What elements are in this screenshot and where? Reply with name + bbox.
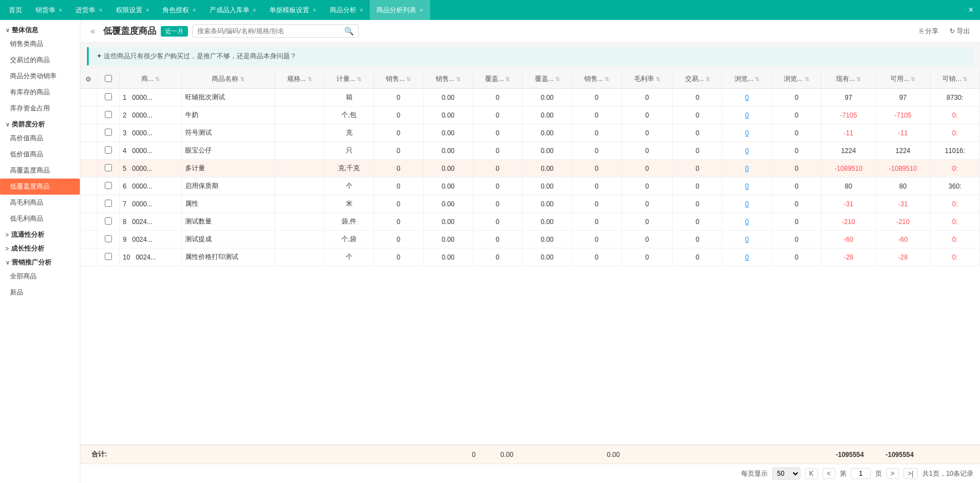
row-checkbox[interactable] — [97, 248, 119, 266]
sidebar-item-inventory-capital[interactable]: 库存资金占用 — [0, 100, 80, 116]
row-select-checkbox[interactable] — [105, 200, 112, 207]
row-select-checkbox[interactable] — [105, 217, 112, 225]
nav-tab-home[interactable]: 首页 — [2, 0, 29, 20]
row-select-checkbox[interactable] — [105, 93, 112, 100]
row-view1[interactable]: 0 — [722, 89, 772, 106]
row-view1[interactable]: 0 — [722, 177, 772, 195]
nav-tab-templates[interactable]: 单据模板设置 × — [263, 0, 323, 20]
row-select-checkbox[interactable] — [105, 129, 112, 136]
row-view1[interactable]: 0 — [722, 124, 772, 142]
sales-qty-column-header[interactable]: 销售...⇅ — [374, 70, 423, 89]
row-view1[interactable]: 0 — [722, 213, 772, 231]
sidebar-item-high-margin[interactable]: 高毛利商品 — [0, 195, 80, 211]
row-select-checkbox[interactable] — [105, 111, 112, 118]
row-view1[interactable]: 0 — [722, 106, 772, 124]
row-checkbox[interactable] — [97, 231, 119, 248]
sidebar-item-high-coverage[interactable]: 高覆盖度商品 — [0, 162, 80, 179]
unit-column-header[interactable]: 计量...⇅ — [324, 70, 374, 89]
row-select-checkbox[interactable] — [105, 164, 112, 171]
nav-tab-analysis[interactable]: 商品分析 × — [323, 0, 370, 20]
row-select-checkbox[interactable] — [105, 253, 112, 260]
sort-icon: ⇅ — [656, 76, 660, 82]
row-checkbox[interactable] — [97, 142, 119, 160]
sort-icon: ⇅ — [155, 76, 160, 82]
current-column-header[interactable]: 现有...⇅ — [821, 70, 876, 89]
export-button[interactable]: ↻ 导出 — [946, 25, 973, 38]
page-number-input[interactable] — [851, 468, 871, 479]
spec-column-header[interactable]: 规格...⇅ — [275, 70, 324, 89]
next-page-button[interactable]: > — [886, 468, 899, 479]
row-checkbox[interactable] — [97, 160, 119, 177]
window-close-button[interactable]: × — [964, 3, 978, 17]
nav-tab-inventory[interactable]: 产成品入库单 × — [203, 0, 263, 20]
close-icon[interactable]: × — [420, 7, 423, 13]
sidebar-item-new-goods[interactable]: 新品 — [0, 284, 80, 301]
row-checkbox[interactable] — [97, 213, 119, 231]
period-tag[interactable]: 近一月 — [161, 26, 188, 37]
available-column-header[interactable]: 可用...⇅ — [876, 70, 930, 89]
nav-tab-sales[interactable]: 销货单 × — [29, 0, 69, 20]
name-column-header[interactable]: 商品名称⇅ — [182, 70, 275, 89]
row-view1[interactable]: 0 — [722, 160, 772, 177]
nav-tab-roles[interactable]: 角色授权 × — [156, 0, 202, 20]
nav-tab-purchase[interactable]: 进货单 × — [69, 0, 109, 20]
sidebar-section-marketing[interactable]: ∨ 营销推广分析 — [0, 255, 80, 268]
search-input[interactable] — [197, 27, 342, 35]
row-unit: 只 — [324, 142, 374, 160]
row-checkbox[interactable] — [97, 195, 119, 213]
sidebar-item-low-value[interactable]: 低价值商品 — [0, 146, 80, 162]
sales-amt-column-header[interactable]: 销售...⇅ — [423, 70, 473, 89]
sidebar-section-cluster[interactable]: ∨ 类群度分析 — [0, 116, 80, 130]
sidebar-item-traded-goods[interactable]: 交易过的商品 — [0, 52, 80, 68]
code-column-header[interactable]: 商...⇅ — [119, 70, 182, 89]
row-select-checkbox[interactable] — [105, 235, 112, 242]
share-button[interactable]: ⎘ 分享 — [916, 25, 942, 38]
sidebar-item-low-margin[interactable]: 低毛利商品 — [0, 211, 80, 227]
row-view1[interactable]: 0 — [722, 231, 772, 248]
cover1-column-header[interactable]: 覆盖...⇅ — [473, 70, 522, 89]
row-view1[interactable]: 0 — [722, 142, 772, 160]
last-page-button[interactable]: >| — [904, 468, 918, 479]
row-checkbox[interactable] — [97, 106, 119, 124]
sidebar-item-stocked-goods[interactable]: 有库存的商品 — [0, 84, 80, 100]
gross-margin-column-header[interactable]: 毛利率⇅ — [621, 70, 672, 89]
trade-column-header[interactable]: 交易...⇅ — [673, 70, 722, 89]
settings-column-header[interactable]: ⚙ — [80, 70, 97, 89]
cover2-column-header[interactable]: 覆盖...⇅ — [522, 70, 571, 89]
saleable-column-header[interactable]: 可销...⇅ — [930, 70, 980, 89]
nav-tab-analysis-list[interactable]: 商品分析列表 × — [370, 0, 430, 20]
view2-column-header[interactable]: 浏览...⇅ — [772, 70, 821, 89]
row-checkbox[interactable] — [97, 124, 119, 142]
sidebar-section-overall[interactable]: ∨ 整体信息 — [0, 22, 80, 36]
sidebar-item-low-coverage[interactable]: 低覆盖度商品 — [0, 179, 80, 195]
row-view1[interactable]: 0 — [722, 248, 772, 266]
sidebar-section-liquidity[interactable]: > 流通性分析 — [0, 227, 80, 241]
collapse-sidebar-button[interactable]: « — [87, 25, 99, 37]
row-checkbox[interactable] — [97, 177, 119, 195]
row-view1[interactable]: 0 — [722, 195, 772, 213]
close-icon[interactable]: × — [192, 7, 196, 13]
sidebar-section-growth[interactable]: > 成长性分析 — [0, 241, 80, 255]
sidebar-item-sales-goods[interactable]: 销售类商品 — [0, 36, 80, 52]
close-icon[interactable]: × — [360, 7, 363, 13]
sidebar-item-high-value[interactable]: 高价值商品 — [0, 130, 80, 146]
close-icon[interactable]: × — [313, 7, 316, 13]
close-icon[interactable]: × — [146, 7, 149, 13]
view1-column-header[interactable]: 浏览...⇅ — [722, 70, 772, 89]
close-icon[interactable]: × — [253, 7, 256, 13]
row-checkbox[interactable] — [97, 89, 119, 106]
first-page-button[interactable]: K — [805, 468, 818, 479]
row-select-checkbox[interactable] — [105, 146, 112, 154]
nav-tab-permissions[interactable]: 权限设置 × — [109, 0, 156, 20]
close-icon[interactable]: × — [59, 7, 62, 13]
checkbox-column-header[interactable] — [97, 70, 119, 89]
search-icon[interactable]: 🔍 — [344, 27, 354, 35]
per-page-select[interactable]: 50 20 100 — [772, 467, 800, 480]
close-icon[interactable]: × — [99, 7, 102, 13]
sidebar-item-all-goods[interactable]: 全部商品 — [0, 268, 80, 284]
select-all-checkbox[interactable] — [105, 75, 112, 82]
prev-page-button[interactable]: < — [823, 468, 835, 479]
sales3-column-header[interactable]: 销售...⇅ — [572, 70, 621, 89]
sidebar-item-category-rate[interactable]: 商品分类动销率 — [0, 68, 80, 84]
row-select-checkbox[interactable] — [105, 182, 112, 189]
